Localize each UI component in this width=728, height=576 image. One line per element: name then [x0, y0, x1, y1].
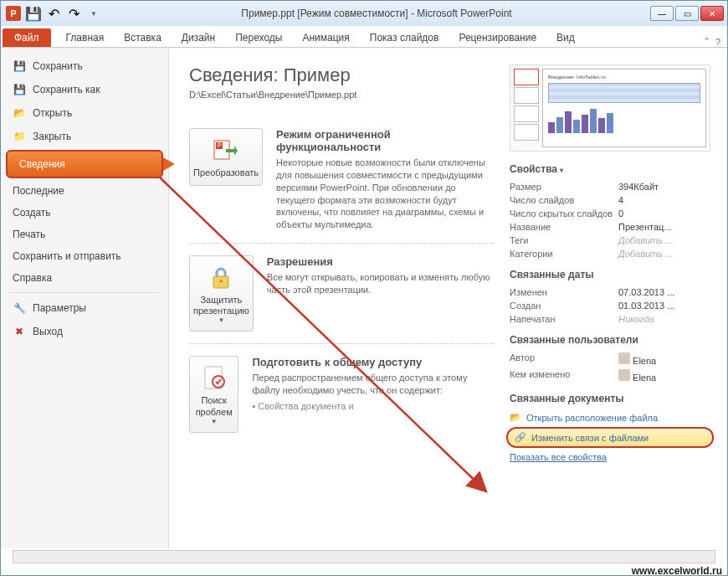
save-icon: 💾: [13, 59, 26, 73]
lock-icon: [193, 263, 249, 291]
sidebar-item-save-send[interactable]: Сохранить и отправить: [1, 245, 168, 267]
watermark: www.excelworld.ru: [632, 565, 722, 576]
prepare-bullet: ▪ Свойства документа и: [252, 400, 495, 413]
thumb-mini: [514, 105, 539, 122]
permissions-body: Все могут открывать, копировать и изменя…: [267, 271, 495, 296]
prop-author[interactable]: Автор Elena: [510, 351, 710, 368]
qat-dropdown-icon[interactable]: ▼: [85, 4, 103, 23]
app-window: P 💾 ↶ ↷ ▼ Пример.ppt [Режим совместимост…: [0, 0, 728, 576]
prop-categories[interactable]: КатегорииДобавить ...: [510, 247, 710, 260]
sidebar-item-exit[interactable]: ✖Выход: [1, 320, 168, 343]
prop-size: Размер394Кбайт: [510, 180, 710, 193]
tab-review[interactable]: Рецензирование: [449, 28, 546, 47]
sidebar-item-save-as[interactable]: 💾Сохранить как: [1, 78, 168, 101]
properties-title[interactable]: Свойства ▾: [510, 163, 710, 175]
avatar-icon: [618, 369, 630, 381]
save-as-icon: 💾: [13, 83, 26, 96]
sidebar-item-help[interactable]: Справка: [1, 267, 168, 289]
tab-slideshow[interactable]: Показ слайдов: [360, 28, 449, 47]
check-issues-button[interactable]: Поиск проблем ▼: [189, 356, 238, 432]
properties-column: Внедрение: InfoTables-ru Свойства ▾ Разм…: [510, 64, 710, 540]
sidebar-item-print[interactable]: Печать: [1, 224, 168, 245]
sidebar-item-save[interactable]: 💾Сохранить: [1, 54, 168, 78]
tab-transitions[interactable]: Переходы: [225, 28, 292, 47]
tab-animations[interactable]: Анимация: [292, 28, 359, 47]
prop-created: Создан01.03.2013 ...: [510, 299, 710, 312]
sidebar-label: Создать: [13, 207, 51, 219]
active-arrow-icon: [163, 157, 175, 171]
chevron-down-icon: ▼: [193, 316, 249, 324]
prop-title[interactable]: НазваниеПрезентац...: [510, 220, 710, 234]
check-issues-label: Поиск проблем: [193, 395, 234, 417]
compat-body: Некоторые новые возможности были отключе…: [276, 157, 495, 231]
page-title: Сведения: Пример: [189, 64, 495, 86]
svg-point-4: [219, 280, 223, 283]
sidebar-item-open[interactable]: 📂Открыть: [1, 101, 168, 125]
prop-slides: Число слайдов4: [510, 193, 710, 207]
sidebar-item-recent[interactable]: Последние: [1, 180, 168, 202]
options-icon: 🔧: [13, 301, 26, 315]
tab-home[interactable]: Главная: [56, 28, 115, 47]
help-icon[interactable]: ?: [715, 37, 720, 47]
save-icon[interactable]: 💾: [24, 4, 43, 23]
sidebar-separator: [9, 292, 160, 293]
prop-tags[interactable]: ТегиДобавить ...: [510, 234, 710, 247]
exit-icon: ✖: [13, 325, 26, 338]
prepare-heading: Подготовить к общему доступу: [252, 356, 495, 368]
ribbon-tabs: Файл Главная Вставка Дизайн Переходы Ани…: [1, 26, 727, 48]
open-icon: 📂: [13, 106, 26, 120]
sidebar-label: Справка: [13, 272, 52, 284]
tab-view[interactable]: Вид: [546, 28, 585, 47]
related-docs-title: Связанные документы: [510, 393, 710, 404]
related-users-title: Связанные пользователи: [510, 334, 710, 346]
chevron-down-icon: ▾: [560, 167, 563, 174]
edit-links-link[interactable]: 🔗Изменить связи с файлами: [506, 427, 714, 448]
maximize-button[interactable]: ▭: [675, 6, 699, 21]
backstage-content: Сведения: Пример D:\Excel\Статьи\Внедрен…: [168, 48, 727, 548]
open-file-location-link[interactable]: 📂Открыть расположение файла: [510, 409, 710, 425]
prop-last-modified-by: Кем изменено Elena: [510, 368, 710, 384]
convert-button-label: Преобразовать: [193, 167, 259, 178]
thumb-mini: [514, 87, 539, 104]
sidebar-item-new[interactable]: Создать: [1, 202, 168, 224]
chevron-down-icon: ▼: [193, 418, 234, 425]
window-title: Пример.ppt [Режим совместимости] - Micro…: [103, 8, 650, 19]
thumb-mini: [514, 69, 539, 85]
app-icon[interactable]: P: [4, 4, 23, 23]
minimize-ribbon-icon[interactable]: ⌃: [703, 36, 710, 47]
tab-insert[interactable]: Вставка: [114, 28, 172, 47]
permissions-heading: Разрешения: [267, 255, 495, 268]
close-button[interactable]: ✕: [700, 6, 724, 21]
link-icon: 🔗: [515, 432, 526, 443]
window-controls: — ▭ ✕: [650, 6, 724, 21]
sidebar-label: Открыть: [33, 107, 72, 119]
protect-button[interactable]: Защитить презентацию ▼: [189, 255, 254, 332]
sidebar-item-close[interactable]: 📁Закрыть: [1, 125, 168, 148]
sidebar-label: Закрыть: [33, 131, 71, 142]
protect-button-label: Защитить презентацию: [193, 295, 249, 316]
redo-icon[interactable]: ↷: [64, 4, 83, 23]
slide-thumbnail[interactable]: Внедрение: InfoTables-ru: [510, 64, 710, 152]
sidebar-label: Сохранить и отправить: [13, 250, 121, 262]
page-path: D:\Excel\Статьи\Внедрение\Пример.ppt: [189, 90, 495, 100]
convert-button[interactable]: P Преобразовать: [189, 128, 263, 231]
sidebar-item-options[interactable]: 🔧Параметры: [1, 296, 168, 320]
sidebar-item-info[interactable]: Сведения: [6, 150, 163, 178]
section-permissions: Защитить презентацию ▼ Разрешения Все мо…: [189, 244, 495, 344]
show-all-properties-link[interactable]: Показать все свойства: [510, 450, 710, 465]
horizontal-scrollbar[interactable]: [13, 550, 715, 563]
prepare-body: Перед распространением общего доступа к …: [252, 372, 495, 397]
section-compatibility: P Преобразовать Режим ограниченной функц…: [189, 116, 495, 244]
checklist-icon: [193, 363, 234, 392]
tab-file[interactable]: Файл: [3, 28, 51, 47]
tab-design[interactable]: Дизайн: [172, 28, 225, 47]
thumb-preview: Внедрение: InfoTables-ru: [542, 69, 706, 147]
minimize-button[interactable]: —: [650, 6, 674, 21]
sidebar-label: Сведения: [19, 158, 65, 170]
prop-printed: НапечатанНикогда: [510, 312, 710, 326]
svg-text:P: P: [218, 142, 222, 148]
close-file-icon: 📁: [13, 130, 26, 143]
undo-icon[interactable]: ↶: [44, 4, 63, 23]
sidebar-label: Выход: [33, 326, 63, 337]
prop-hidden: Число скрытых слайдов0: [510, 207, 710, 220]
